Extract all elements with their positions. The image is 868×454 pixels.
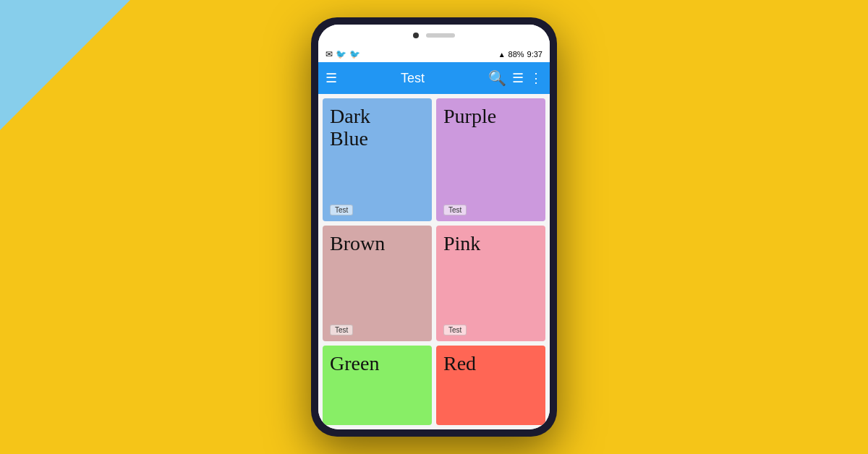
- phone-shell: ✉ 🐦 🐦 ▲ 88% 9:37 ☰ Test 🔍 ☰ ⋮ DarkBlue T…: [311, 17, 557, 437]
- phone-speaker: [426, 33, 455, 38]
- phone-screen: ✉ 🐦 🐦 ▲ 88% 9:37 ☰ Test 🔍 ☰ ⋮ DarkBlue T…: [318, 25, 550, 429]
- app-bar: ☰ Test 🔍 ☰ ⋮: [318, 62, 550, 94]
- card-pink-title: Pink: [443, 233, 538, 255]
- status-bar: ✉ 🐦 🐦 ▲ 88% 9:37: [318, 46, 550, 62]
- notification-icon-3: 🐦: [349, 49, 360, 60]
- menu-icon[interactable]: ☰: [326, 70, 337, 86]
- card-red-title: Red: [443, 353, 538, 375]
- card-brown-title: Brown: [330, 233, 425, 255]
- time-text: 9:37: [527, 50, 542, 59]
- app-bar-title: Test: [343, 71, 482, 86]
- card-green-title: Green: [330, 353, 425, 375]
- battery-text: 88%: [509, 50, 524, 59]
- phone-bezel: [318, 25, 550, 46]
- card-brown-badge: Test: [330, 325, 353, 335]
- notification-icon-1: ✉: [326, 49, 333, 60]
- card-brown[interactable]: Brown Test: [323, 226, 432, 341]
- cards-grid: DarkBlue Test Purple Test Brown Test Pin…: [318, 94, 550, 429]
- card-pink[interactable]: Pink Test: [436, 226, 545, 341]
- card-dark-blue-badge: Test: [330, 205, 353, 215]
- card-purple-badge: Test: [443, 205, 467, 215]
- card-pink-badge: Test: [443, 325, 467, 335]
- card-purple[interactable]: Purple Test: [436, 98, 545, 221]
- status-right: ▲ 88% 9:37: [498, 50, 542, 59]
- search-icon[interactable]: 🔍: [488, 69, 506, 87]
- signal-icon: ▲: [498, 51, 506, 59]
- card-dark-blue[interactable]: DarkBlue Test: [323, 98, 432, 221]
- status-left-icons: ✉ 🐦 🐦: [326, 49, 360, 60]
- notification-icon-2: 🐦: [336, 49, 346, 60]
- more-options-icon[interactable]: ⋮: [529, 70, 542, 86]
- card-red[interactable]: Red: [436, 346, 545, 425]
- card-dark-blue-title: DarkBlue: [330, 106, 425, 150]
- view-toggle-icon[interactable]: ☰: [512, 70, 524, 86]
- card-purple-title: Purple: [443, 106, 538, 128]
- phone-camera: [413, 33, 419, 38]
- card-green[interactable]: Green: [323, 346, 432, 425]
